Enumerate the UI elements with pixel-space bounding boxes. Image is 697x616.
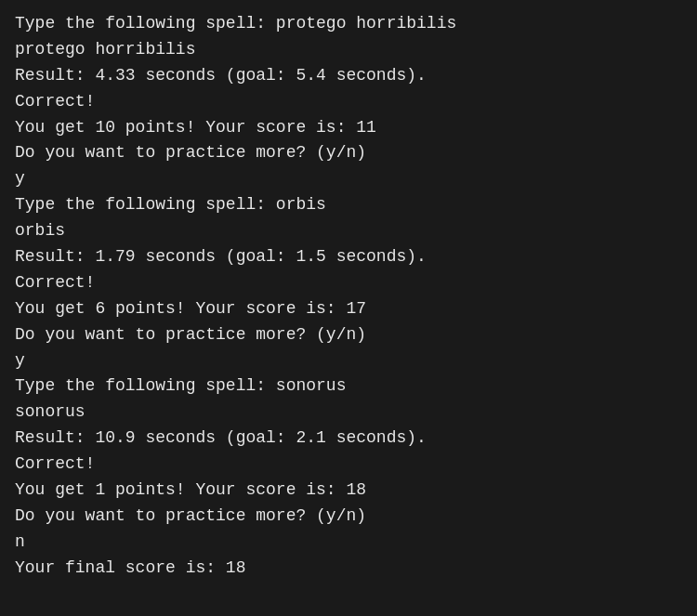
terminal-line: Type the following spell: orbis bbox=[15, 192, 682, 218]
terminal-line: You get 10 points! Your score is: 11 bbox=[15, 115, 682, 141]
terminal-line: y bbox=[15, 348, 682, 374]
terminal-line: n bbox=[15, 530, 682, 556]
terminal-line: You get 1 points! Your score is: 18 bbox=[15, 478, 682, 504]
terminal-line: Do you want to practice more? (y/n) bbox=[15, 140, 682, 166]
terminal-line: Type the following spell: sonorus bbox=[15, 374, 682, 400]
terminal-line: y bbox=[15, 166, 682, 192]
terminal-line: Type the following spell: protego horrib… bbox=[15, 11, 682, 37]
terminal-line: Do you want to practice more? (y/n) bbox=[15, 322, 682, 348]
terminal-line: Result: 1.79 seconds (goal: 1.5 seconds)… bbox=[15, 244, 682, 270]
terminal-line: Correct! bbox=[15, 89, 682, 115]
terminal-line: Correct! bbox=[15, 270, 682, 296]
terminal-line: sonorus bbox=[15, 400, 682, 426]
terminal-line: Result: 10.9 seconds (goal: 2.1 seconds)… bbox=[15, 426, 682, 452]
terminal-line: Your final score is: 18 bbox=[15, 556, 682, 582]
terminal-line: Result: 4.33 seconds (goal: 5.4 seconds)… bbox=[15, 63, 682, 89]
terminal-line: Correct! bbox=[15, 452, 682, 478]
terminal-output: Type the following spell: protego horrib… bbox=[15, 11, 682, 582]
terminal-line: Do you want to practice more? (y/n) bbox=[15, 504, 682, 530]
terminal-line: protego horribilis bbox=[15, 37, 682, 63]
terminal-line: You get 6 points! Your score is: 17 bbox=[15, 296, 682, 322]
terminal-line: orbis bbox=[15, 218, 682, 244]
